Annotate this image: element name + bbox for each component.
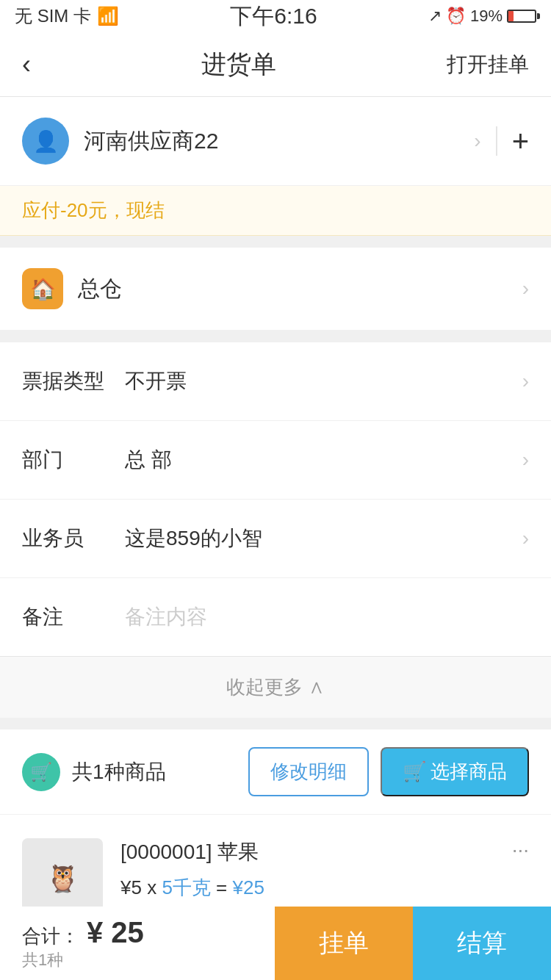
battery-label: 19% <box>470 7 503 26</box>
equals: = <box>211 876 233 898</box>
product-info: [0000001] 苹果 ¥5 x 5千克 = ¥25 <box>120 838 497 901</box>
edit-detail-button[interactable]: 修改明细 <box>248 747 369 796</box>
quantity: 5千克 <box>162 876 210 898</box>
invoice-row[interactable]: 票据类型 不开票 › <box>0 342 551 420</box>
status-bar: 无 SIM 卡 📶 下午6:16 ↗ ⏰ 19% <box>0 0 551 32</box>
product-id: [0000001] <box>120 840 217 863</box>
avatar-icon: 👤 <box>33 129 59 154</box>
hang-button[interactable]: 挂单 <box>275 907 413 980</box>
battery-icon <box>507 10 536 23</box>
products-icon: 🛒 <box>22 753 60 791</box>
footer-total: 合计： ¥ 25 共1种 <box>0 907 275 980</box>
nav-bar: ‹ 进货单 打开挂单 <box>0 32 551 97</box>
staff-row[interactable]: 业务员 这是859的小智 › <box>0 499 551 577</box>
total-label: 合计： <box>22 923 79 949</box>
location-icon: ↗ <box>428 7 442 26</box>
page-title: 进货单 <box>201 48 276 82</box>
product-more-button[interactable]: ··· <box>512 838 529 862</box>
supplier-row[interactable]: 👤 河南供应商22 › + <box>0 97 551 186</box>
collapse-row[interactable]: 收起更多 ∧ <box>0 656 551 718</box>
products-header: 🛒 共1种商品 修改明细 🛒 选择商品 <box>0 729 551 815</box>
collapse-label: 收起更多 ∧ <box>226 676 324 698</box>
invoice-chevron-icon: › <box>522 370 529 393</box>
add-button[interactable]: + <box>512 125 529 158</box>
product-title: 苹果 <box>217 840 259 863</box>
unit-price: ¥5 x <box>120 876 162 898</box>
back-button[interactable]: ‹ <box>22 49 31 80</box>
products-count: 共1种商品 <box>72 758 248 786</box>
status-time: 下午6:16 <box>230 1 317 32</box>
remark-label: 备注 <box>22 603 110 631</box>
owl-logo: 🦉 <box>40 857 84 901</box>
notice-text: 应付-20元，现结 <box>22 199 165 221</box>
cart-icon: 🛒 <box>30 762 52 782</box>
status-carrier: 无 SIM 卡 📶 <box>15 4 119 28</box>
open-hang-button[interactable]: 打开挂单 <box>447 51 529 79</box>
warehouse-row[interactable]: 🏠 总仓 › <box>0 248 551 330</box>
dept-value: 总 部 <box>125 446 522 474</box>
footer: 合计： ¥ 25 共1种 挂单 结算 <box>0 907 551 980</box>
select-product-button[interactable]: 🛒 选择商品 <box>381 747 529 796</box>
supplier-name: 河南供应商22 <box>84 126 474 156</box>
staff-chevron-icon: › <box>522 527 529 550</box>
supplier-divider <box>496 126 497 156</box>
content: 👤 河南供应商22 › + 应付-20元，现结 🏠 总仓 › 票据类型 不开票 … <box>0 97 551 941</box>
total-price: ¥25 <box>232 876 264 898</box>
warehouse-chevron-icon: › <box>522 277 529 300</box>
notice-row: 应付-20元，现结 <box>0 186 551 236</box>
total-amount: ¥ 25 <box>87 916 144 949</box>
dept-row[interactable]: 部门 总 部 › <box>0 420 551 499</box>
checkout-button[interactable]: 结算 <box>413 907 551 980</box>
warehouse-icon: 🏠 <box>22 268 63 309</box>
product-name: [0000001] 苹果 <box>120 838 497 866</box>
remark-row[interactable]: 备注 备注内容 <box>0 577 551 656</box>
select-product-icon: 🛒 <box>403 760 426 783</box>
remark-input[interactable]: 备注内容 <box>125 603 529 631</box>
warehouse-name: 总仓 <box>78 274 522 304</box>
dept-label: 部门 <box>22 446 110 474</box>
total-count: 共1种 <box>22 949 253 971</box>
select-product-label: 选择商品 <box>431 759 507 785</box>
supplier-section: 👤 河南供应商22 › + 应付-20元，现结 <box>0 97 551 236</box>
product-price: ¥5 x 5千克 = ¥25 <box>120 875 497 901</box>
wifi-icon: 📶 <box>97 6 119 26</box>
invoice-label: 票据类型 <box>22 367 110 395</box>
supplier-chevron-icon: › <box>474 129 480 153</box>
form-section: 票据类型 不开票 › 部门 总 部 › 业务员 这是859的小智 › 备注 备注… <box>0 342 551 718</box>
warehouse-section: 🏠 总仓 › <box>0 248 551 330</box>
dept-chevron-icon: › <box>522 448 529 472</box>
staff-value: 这是859的小智 <box>125 525 522 552</box>
alarm-icon: ⏰ <box>446 7 466 26</box>
invoice-value: 不开票 <box>125 367 522 395</box>
supplier-avatar: 👤 <box>22 118 69 165</box>
staff-label: 业务员 <box>22 525 110 552</box>
